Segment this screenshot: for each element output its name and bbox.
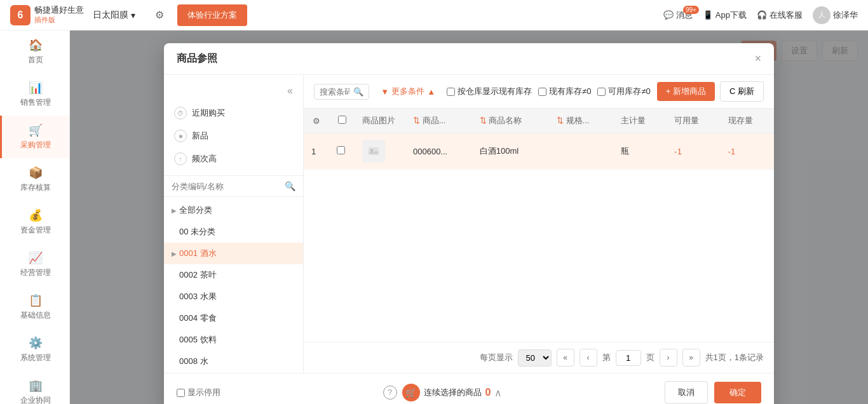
messages-item[interactable]: 💬 消息 99+ xyxy=(663,10,693,21)
sidebar-label-inventory: 库存核算 xyxy=(20,182,51,193)
topbar-center: 日太阳膜 ▾ ⚙ 体验行业方案 xyxy=(86,4,663,26)
category-0008[interactable]: 0008 水 xyxy=(164,351,303,372)
th-spec: ⇅ 规格... xyxy=(549,109,613,133)
row-stock: -1 xyxy=(721,133,774,170)
frequent-icon: ↑ xyxy=(174,152,187,165)
category-0005[interactable]: 0005 饮料 xyxy=(164,329,303,351)
0001-arrow: ▶ xyxy=(172,250,177,257)
th-name: ⇅ 商品名称 xyxy=(472,109,549,133)
store-select[interactable]: 日太阳膜 ▾ xyxy=(86,6,142,25)
quick-list: « ⏱ 近期购买 ★ 新品 ↑ xyxy=(164,75,303,176)
category-0004[interactable]: 0004 零食 xyxy=(164,307,303,329)
row-stock-value: -1 xyxy=(728,147,736,156)
user-item[interactable]: 人 徐泽华 xyxy=(813,6,858,24)
per-page-select[interactable]: 50 xyxy=(518,349,552,367)
sidebar-item-purchase[interactable]: 🛒 采购管理 xyxy=(0,116,69,158)
th-check xyxy=(329,109,355,133)
category-0001[interactable]: ▶ 0001 酒水 xyxy=(164,243,303,264)
filter-icon: ▼ xyxy=(381,87,389,97)
sidebar-item-enterprise[interactable]: 🏢 企业协同 xyxy=(0,371,69,404)
settings-icon[interactable]: ⚙ xyxy=(149,5,170,25)
avatar: 人 xyxy=(813,6,831,24)
category-0003[interactable]: 0003 水果 xyxy=(164,286,303,307)
category-00[interactable]: 00 未分类 xyxy=(164,221,303,243)
right-panel: 🔍 ▼ 更多条件 ▲ 按仓库显示现有库存 xyxy=(304,75,774,373)
sidebar-item-basic[interactable]: 📋 基础信息 xyxy=(0,286,69,328)
th-code-label: 商品... xyxy=(423,116,446,125)
display-disabled-checkbox[interactable]: 显示停用 xyxy=(177,387,220,398)
row-checkbox[interactable] xyxy=(337,146,345,154)
product-search-input[interactable] xyxy=(320,87,349,97)
sidebar-item-finance[interactable]: 💰 资金管理 xyxy=(0,201,69,243)
new-icon: ★ xyxy=(174,130,187,142)
checkbox-stock-nonzero-input[interactable] xyxy=(538,88,546,96)
th-unit: 主计量 xyxy=(613,109,667,133)
filter-more-btn[interactable]: ▼ 更多条件 ▲ xyxy=(376,83,440,100)
cart-collapse-icon[interactable]: ∧ xyxy=(494,387,502,399)
first-page-btn[interactable]: « xyxy=(557,349,574,367)
th-spec-label: 规格... xyxy=(566,116,590,125)
app-icon: 📱 xyxy=(703,10,713,20)
finance-icon: 💰 xyxy=(29,208,43,222)
checkbox-stock-nonzero-label: 现有库存≠0 xyxy=(549,86,591,97)
settings-col-icon[interactable]: ⚙ xyxy=(313,116,320,126)
last-page-btn[interactable]: » xyxy=(682,349,700,367)
toolbar-right: + 新增商品 C 刷新 xyxy=(657,81,764,102)
checkbox-stock-nonzero[interactable]: 现有库存≠0 xyxy=(538,86,591,97)
quick-item-recent-label: 近期购买 xyxy=(192,107,225,119)
trial-button[interactable]: 体验行业方案 xyxy=(177,4,247,26)
quick-item-frequent[interactable]: ↑ 频次高 xyxy=(164,147,303,170)
category-search-icon[interactable]: 🔍 xyxy=(285,181,295,191)
sidebar-item-sales[interactable]: 📊 销售管理 xyxy=(0,73,69,116)
product-search-icon[interactable]: 🔍 xyxy=(353,87,363,97)
checkbox-available-nonzero-input[interactable] xyxy=(597,88,606,96)
cart-count: 0 xyxy=(485,387,491,398)
display-disabled-input[interactable] xyxy=(177,389,185,397)
category-0002[interactable]: 0002 茶叶 xyxy=(164,264,303,286)
sidebar-item-inventory[interactable]: 📦 库存核算 xyxy=(0,158,69,201)
sidebar-item-business[interactable]: 📈 经营管理 xyxy=(0,243,69,286)
sidebar-item-system[interactable]: ⚙️ 系统管理 xyxy=(0,328,69,371)
row-available: -1 xyxy=(667,133,720,170)
confirm-button[interactable]: 确定 xyxy=(714,382,761,403)
sidebar-label-purchase: 采购管理 xyxy=(20,140,51,151)
page-unit: 页 xyxy=(646,352,654,363)
quick-item-recent[interactable]: ⏱ 近期购买 xyxy=(164,102,303,125)
sort-code-icon[interactable]: ⇅ xyxy=(413,116,420,125)
category-search-input[interactable] xyxy=(172,182,281,191)
category-0004-label: 0004 零食 xyxy=(179,313,217,324)
filter-arrow: ▲ xyxy=(427,87,435,97)
cancel-button[interactable]: 取消 xyxy=(665,381,708,404)
modal-close-button[interactable]: × xyxy=(754,52,761,65)
checkbox-warehouse[interactable]: 按仓库显示现有库存 xyxy=(447,86,532,97)
help-icon[interactable]: ? xyxy=(383,386,397,400)
table-row[interactable]: 1 xyxy=(304,133,774,170)
prev-page-btn[interactable]: ‹ xyxy=(580,349,597,367)
store-select-arrow: ▾ xyxy=(131,10,135,20)
refresh-btn[interactable]: C 刷新 xyxy=(720,81,764,102)
checkbox-warehouse-input[interactable] xyxy=(447,88,455,96)
sidebar-label-business: 经营管理 xyxy=(20,267,51,278)
main-layout: 🏠 首页 📊 销售管理 🛒 采购管理 📦 库存核算 💰 资金管理 📈 经营管理 … xyxy=(0,30,868,404)
category-all[interactable]: ▶ 全部分类 xyxy=(164,199,303,221)
sidebar-item-home[interactable]: 🏠 首页 xyxy=(0,30,69,73)
checkbox-available-nonzero[interactable]: 可用库存≠0 xyxy=(597,86,650,97)
add-product-btn[interactable]: + 新增商品 xyxy=(657,82,715,101)
next-page-btn[interactable]: › xyxy=(660,349,677,367)
row-index: 1 xyxy=(304,133,329,170)
sort-name-icon[interactable]: ⇅ xyxy=(480,116,487,125)
sidebar-label-sales: 销售管理 xyxy=(20,97,51,108)
content-area: 查询 设置 刷新 商品参照 × xyxy=(70,30,868,404)
service-icon: 🎧 xyxy=(757,10,767,20)
sort-spec-icon[interactable]: ⇅ xyxy=(557,116,564,125)
quick-item-new[interactable]: ★ 新品 xyxy=(164,125,303,147)
th-available: 可用量 xyxy=(667,109,720,133)
online-service-item[interactable]: 🎧 在线客服 xyxy=(757,10,803,21)
row-name: 白酒100ml xyxy=(472,133,549,170)
collapse-left-btn[interactable]: « xyxy=(282,83,298,99)
select-all-checkbox[interactable] xyxy=(338,116,346,124)
app-download-item[interactable]: 📱 App下载 xyxy=(703,10,747,21)
category-all-label: 全部分类 xyxy=(179,205,212,216)
page-number-input[interactable] xyxy=(616,350,641,366)
cart-text: 连续选择的商品 xyxy=(424,387,482,398)
